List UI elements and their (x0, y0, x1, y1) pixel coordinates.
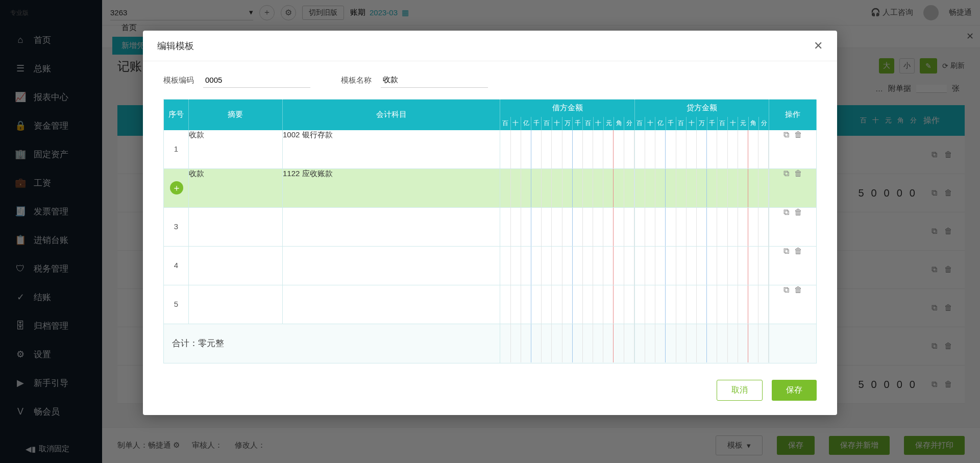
th-debit: 借方金额 (500, 100, 634, 117)
unit-分: 分 (624, 117, 634, 130)
debit-amount[interactable] (500, 208, 634, 246)
entry-row[interactable]: 1收款1002 银行存款⧉🗑 (164, 130, 817, 169)
debit-amount[interactable] (500, 130, 634, 168)
summary-cell[interactable] (188, 246, 282, 285)
th-op: 操作 (769, 100, 817, 130)
unit-亿: 亿 (655, 117, 666, 130)
delete-icon[interactable]: 🗑 (794, 285, 802, 294)
subject-cell[interactable] (283, 207, 500, 246)
credit-amount[interactable] (635, 130, 769, 168)
delete-icon[interactable]: 🗑 (794, 130, 802, 139)
debit-amount[interactable] (500, 285, 634, 324)
add-row-button[interactable]: ＋ (170, 181, 183, 194)
unit-百: 百 (583, 117, 593, 130)
entry-row[interactable]: ＋收款1122 应收账款⧉🗑 (164, 168, 817, 207)
delete-icon[interactable]: 🗑 (794, 247, 802, 255)
copy-icon[interactable]: ⧉ (783, 130, 789, 139)
modal-title: 编辑模板 (157, 40, 194, 52)
unit-亿: 亿 (521, 117, 531, 130)
th-summary: 摘要 (188, 100, 282, 130)
unit-百: 百 (676, 117, 686, 130)
row-seq: 4 (164, 247, 188, 270)
save-template-button[interactable]: 保存 (772, 380, 817, 401)
entry-row[interactable]: 4⧉🗑 (164, 246, 817, 285)
unit-元: 元 (738, 117, 748, 130)
credit-amount[interactable] (635, 169, 769, 207)
debit-amount[interactable] (500, 169, 634, 207)
entry-row[interactable]: 3⧉🗑 (164, 207, 817, 246)
entry-row[interactable]: 5⧉🗑 (164, 285, 817, 324)
template-entry-table: 序号 摘要 会计科目 借方金额 贷方金额 操作 百十亿千百十万千百十元角分百十亿… (163, 99, 817, 363)
summary-cell[interactable]: 收款 (188, 168, 282, 207)
unit-元: 元 (603, 117, 614, 130)
template-name-label: 模板名称 (341, 76, 372, 85)
credit-amount[interactable] (635, 285, 769, 324)
unit-千: 千 (666, 117, 676, 130)
unit-十: 十 (687, 117, 697, 130)
template-code-input[interactable] (203, 72, 310, 88)
credit-amount[interactable] (635, 208, 769, 246)
unit-千: 千 (707, 117, 717, 130)
unit-万: 万 (562, 117, 572, 130)
template-name-input[interactable] (381, 72, 488, 88)
th-credit: 贷方金额 (634, 100, 769, 117)
delete-icon[interactable]: 🗑 (794, 208, 802, 216)
copy-icon[interactable]: ⧉ (783, 285, 789, 294)
delete-icon[interactable]: 🗑 (794, 169, 802, 178)
edit-template-modal: 编辑模板 ✕ 模板编码 模板名称 序号 摘要 会计科目 (143, 31, 837, 415)
unit-角: 角 (614, 117, 624, 130)
unit-百: 百 (500, 117, 510, 130)
credit-amount[interactable] (635, 247, 769, 285)
unit-千: 千 (531, 117, 542, 130)
cancel-button[interactable]: 取消 (717, 380, 763, 401)
th-seq: 序号 (164, 100, 189, 130)
close-icon[interactable]: ✕ (814, 39, 823, 53)
summary-cell[interactable] (188, 207, 282, 246)
subject-cell[interactable]: 1122 应收账款 (283, 168, 500, 207)
subject-cell[interactable] (283, 285, 500, 324)
total-label: 合计：零元整 (164, 324, 500, 363)
unit-万: 万 (697, 117, 707, 130)
unit-十: 十 (552, 117, 562, 130)
summary-cell[interactable] (188, 285, 282, 324)
debit-amount[interactable] (500, 247, 634, 285)
unit-十: 十 (593, 117, 603, 130)
summary-cell[interactable]: 收款 (188, 130, 282, 169)
unit-分: 分 (758, 117, 769, 130)
row-seq: 3 (164, 208, 188, 231)
unit-百: 百 (634, 117, 645, 130)
unit-十: 十 (645, 117, 655, 130)
unit-百: 百 (717, 117, 727, 130)
template-code-label: 模板编码 (163, 76, 194, 85)
unit-十: 十 (510, 117, 521, 130)
subject-cell[interactable] (283, 246, 500, 285)
copy-icon[interactable]: ⧉ (783, 208, 789, 216)
unit-角: 角 (748, 117, 758, 130)
unit-十: 十 (728, 117, 738, 130)
unit-千: 千 (573, 117, 583, 130)
row-seq: 5 (164, 285, 188, 308)
row-seq: 1 (164, 130, 188, 153)
th-subject: 会计科目 (283, 100, 500, 130)
subject-cell[interactable]: 1002 银行存款 (283, 130, 500, 169)
modal-overlay: 编辑模板 ✕ 模板编码 模板名称 序号 摘要 会计科目 (0, 0, 980, 463)
unit-百: 百 (542, 117, 552, 130)
copy-icon[interactable]: ⧉ (783, 169, 789, 178)
copy-icon[interactable]: ⧉ (783, 247, 789, 255)
